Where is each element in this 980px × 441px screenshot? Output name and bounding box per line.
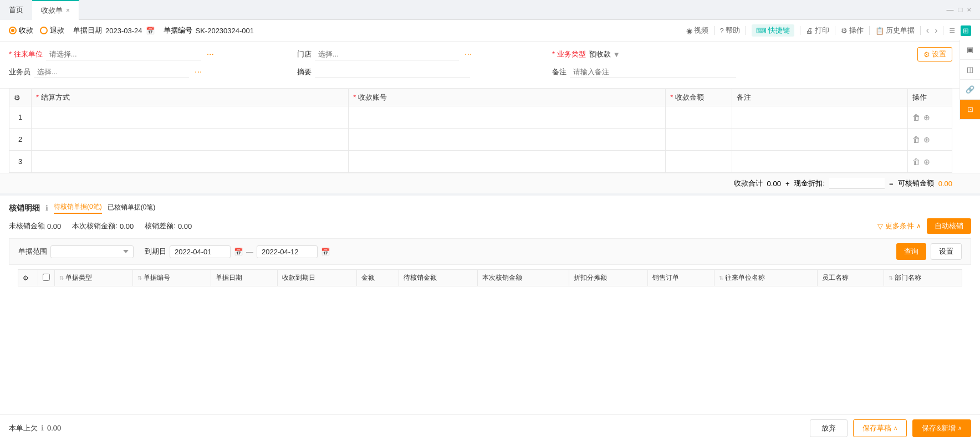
cal-from-icon[interactable]: 📅 — [234, 248, 243, 256]
save-new-btn[interactable]: 保存&新增 ∧ — [912, 419, 971, 437]
row-2-settle[interactable] — [32, 129, 349, 151]
row-1-num: 1 — [9, 106, 32, 129]
btcol-checkbox[interactable] — [38, 270, 55, 286]
select-all-checkbox[interactable] — [43, 274, 50, 281]
sidebar-link-icon-btn[interactable]: 🔗 — [960, 80, 980, 100]
row-3-account[interactable] — [349, 151, 666, 173]
row-3-settle[interactable] — [32, 151, 349, 173]
ops-btn[interactable]: ⚙ 操作 — [841, 25, 864, 35]
row-1-copy-icon[interactable]: ⊕ — [923, 113, 930, 122]
radio-shou[interactable]: 收款 — [9, 25, 33, 35]
btcol-staff: 员工名称 — [817, 270, 884, 286]
window-maximize-icon[interactable]: □ — [958, 6, 963, 14]
row-3-amount[interactable] — [666, 151, 732, 173]
date-value[interactable]: 2023-03-24 — [105, 27, 142, 35]
number-value[interactable]: SK-20230324-001 — [196, 27, 254, 35]
current-value: 0.00 — [120, 222, 134, 230]
discount-input[interactable] — [829, 178, 885, 189]
row-1-account[interactable] — [349, 106, 666, 129]
help-icon: ? — [720, 27, 724, 35]
row-3-delete-icon[interactable]: 🗑 — [912, 157, 920, 166]
save-draft-btn[interactable]: 保存草稿 ∧ — [853, 419, 907, 437]
sidebar-table-icon-btn[interactable]: ▣ — [960, 40, 980, 60]
biz-type-field: * 业务类型 预收款 ▼ ⚙ 设置 — [552, 47, 952, 61]
help-btn[interactable]: ? 帮助 — [720, 25, 740, 35]
plus-sign: + — [785, 180, 790, 188]
radio-tui[interactable]: 退款 — [40, 25, 64, 35]
counterparty-more-btn[interactable]: ··· — [207, 49, 214, 59]
window-close-icon[interactable]: × — [967, 6, 971, 14]
row-2-copy-icon[interactable]: ⊕ — [923, 135, 930, 144]
col-settle-header: * 结算方式 — [32, 89, 349, 106]
save-draft-arrow-icon: ∧ — [894, 425, 897, 431]
sort-company-icon[interactable]: ⇅ — [719, 275, 723, 281]
query-btn[interactable]: 查询 — [896, 243, 926, 260]
date-to-input[interactable] — [257, 245, 318, 258]
biz-type-label: * 业务类型 — [552, 49, 586, 59]
staff-more-btn[interactable]: ··· — [195, 67, 202, 77]
row-2-num: 2 — [9, 129, 32, 151]
sidebar-active-icon-btn[interactable]: ⊡ — [960, 100, 980, 120]
shop-more-btn[interactable]: ··· — [465, 49, 472, 59]
tab-home[interactable]: 首页 — [0, 0, 32, 20]
tab-bar: 首页 收款单 × — □ × — [0, 0, 980, 20]
form-settings-btn[interactable]: ⚙ 设置 — [917, 47, 952, 61]
row-1-amount[interactable] — [666, 106, 732, 129]
sort-dept-icon[interactable]: ⇅ — [889, 275, 893, 281]
btcol-gear[interactable]: ⚙ — [18, 270, 38, 286]
footer-info-icon[interactable]: ℹ — [41, 424, 44, 432]
sort-number-icon[interactable]: ⇅ — [137, 275, 142, 281]
footer-left: 本单上欠 ℹ 0.00 — [9, 423, 61, 433]
history-btn[interactable]: 📋 历史单据 — [875, 25, 915, 35]
more-filter-btn[interactable]: ▽ 更多条件 ∧ — [877, 221, 921, 231]
view-grid-icon[interactable]: ⊞ — [961, 25, 971, 36]
sidebar-doc-icon-btn[interactable]: ◫ — [960, 60, 980, 80]
row-3-copy-icon[interactable]: ⊕ — [923, 157, 930, 166]
row-2-delete-icon[interactable]: 🗑 — [912, 135, 920, 144]
view-list-icon[interactable]: ≡ — [949, 25, 955, 37]
nav-next-icon[interactable]: › — [935, 25, 937, 35]
shop-input[interactable] — [315, 48, 459, 60]
hexiao-stats-row: 未核销金额 0.00 本次核销金额: 0.00 核销差额: 0.00 ▽ 更多条… — [9, 218, 971, 234]
biz-type-select[interactable]: 预收款 ▼ — [589, 49, 914, 59]
col-amount-header: * 收款金额 — [666, 89, 732, 106]
calendar-icon[interactable]: 📅 — [146, 27, 155, 35]
video-btn[interactable]: ◉ 视频 — [686, 25, 708, 35]
range-select[interactable] — [50, 245, 134, 258]
abandon-btn[interactable]: 放弃 — [810, 419, 848, 437]
done-tab[interactable]: 已核销单据(0笔) — [108, 203, 156, 213]
row-1-delete-icon[interactable]: 🗑 — [912, 113, 920, 122]
pending-tab[interactable]: 待核销单据(0笔) — [54, 202, 102, 214]
row-2-remark[interactable] — [732, 129, 908, 151]
nav-prev-icon[interactable]: ‹ — [926, 25, 929, 35]
range-filter-field: 单据范围 — [18, 245, 134, 258]
print-btn[interactable]: 🖨 打印 — [806, 25, 829, 35]
diff-value: 0.00 — [178, 222, 192, 230]
row-1-remark[interactable] — [732, 106, 908, 129]
table-row: 2 🗑 ⊕ — [9, 129, 952, 151]
row-2-account[interactable] — [349, 129, 666, 151]
staff-input[interactable] — [34, 66, 189, 78]
row-1-settle[interactable] — [32, 106, 349, 129]
auto-hexiao-btn[interactable]: 自动核销 — [927, 218, 971, 234]
footer-right: 放弃 保存草稿 ∧ 保存&新增 ∧ — [810, 419, 971, 437]
tab-close-icon[interactable]: × — [66, 7, 70, 14]
row-2-amount[interactable] — [666, 129, 732, 151]
cal-to-icon[interactable]: 📅 — [321, 248, 330, 256]
filter-settings-btn[interactable]: 设置 — [931, 243, 962, 260]
col-gear-header[interactable]: ⚙ — [9, 89, 32, 106]
window-minimize-icon[interactable]: — — [947, 6, 954, 14]
hexiao-info-icon[interactable]: ℹ — [45, 204, 48, 212]
date-from-input[interactable] — [170, 245, 231, 258]
shortcut-btn[interactable]: ⌨ 快捷键 — [752, 24, 794, 37]
tab-active-shoukuan[interactable]: 收款单 × — [32, 0, 79, 20]
remark-input[interactable] — [570, 66, 736, 78]
save-new-arrow-icon: ∧ — [958, 425, 962, 431]
row-3-num: 3 — [9, 151, 32, 173]
sort-type-icon[interactable]: ⇅ — [59, 275, 64, 281]
total-label: 收款合计 — [734, 178, 763, 188]
counterparty-input[interactable] — [46, 48, 201, 60]
summary-input[interactable] — [315, 66, 470, 78]
row-3-remark[interactable] — [732, 151, 908, 173]
unchecked-label: 未核销金额 — [9, 221, 45, 231]
